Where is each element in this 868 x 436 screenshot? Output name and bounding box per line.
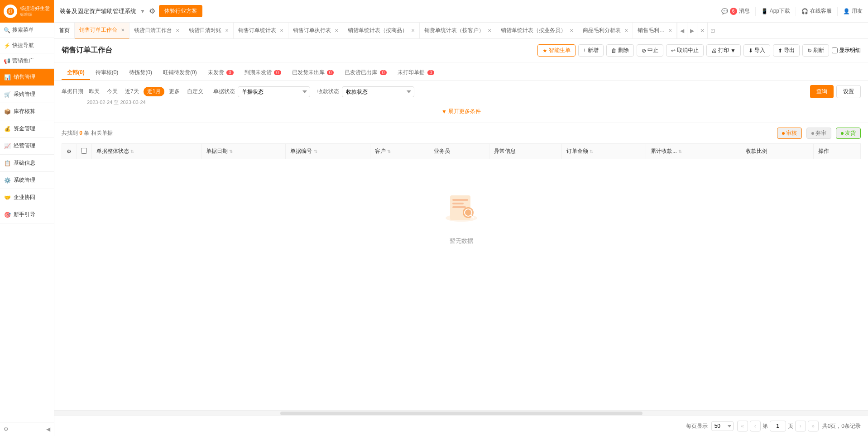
col-customer-sort[interactable]: ⇅ xyxy=(387,149,391,154)
col-status-sort[interactable]: ⇅ xyxy=(130,149,134,154)
receipt-filter-select[interactable]: 收款状态 xyxy=(342,86,414,97)
stop-button[interactable]: ⊘ 中止 xyxy=(637,44,663,57)
subtab-not-printed[interactable]: 未打印单据 0 xyxy=(392,66,440,80)
date-today[interactable]: 今天 xyxy=(104,87,120,96)
date-more[interactable]: 更多 xyxy=(166,87,182,96)
detail-checkbox[interactable] xyxy=(832,47,838,53)
tab-close-all[interactable]: ✕ xyxy=(697,23,707,39)
subtab-shipped-out[interactable]: 已发货已出库 0 xyxy=(339,66,392,80)
online-service-item[interactable]: 🎧 在线客服 xyxy=(801,7,832,15)
scrollbar-thumb[interactable] xyxy=(280,412,643,415)
delete-button[interactable]: 🗑 删除 xyxy=(606,44,634,57)
user-item[interactable]: 👤 用友 xyxy=(843,7,863,15)
tab-sales-customer-close[interactable]: ✕ xyxy=(488,28,491,33)
sidebar-item-search[interactable]: 🔍 搜索菜单 xyxy=(0,23,54,38)
sidebar-item-promo[interactable]: 📢 营销推广 xyxy=(0,53,54,69)
tab-sales-product-close[interactable]: ✕ xyxy=(411,28,415,33)
select-all-checkbox[interactable] xyxy=(81,148,87,154)
per-page-select[interactable]: 50 10 20 100 xyxy=(711,421,734,431)
subtab-overdue-ship[interactable]: 到期未发货 0 xyxy=(239,66,287,80)
tab-home[interactable]: 首页 xyxy=(54,23,75,39)
sidebar-item-system[interactable]: ⚙️ 系统管理 xyxy=(0,172,54,189)
app-download-item[interactable]: 📱 App下载 xyxy=(761,7,790,15)
date-yesterday[interactable]: 昨天 xyxy=(86,87,102,96)
sidebar-item-collab[interactable]: 🤝 企业协同 xyxy=(0,189,54,206)
expand-more-btn[interactable]: ▼ 展开更多条件 xyxy=(441,108,481,115)
sidebar-item-guide[interactable]: 🎯 新手引导 xyxy=(0,206,54,223)
date-1month[interactable]: 近1月 xyxy=(144,87,165,96)
sidebar-collapse-icon[interactable]: ◀ xyxy=(46,426,50,432)
trial-button[interactable]: 体验行业方案 xyxy=(159,5,202,17)
subtab-wangpu-ship[interactable]: 旺铺待发货(0) xyxy=(158,66,202,80)
sidebar-item-quicknav[interactable]: ⚡ 快捷导航 xyxy=(0,38,54,53)
query-button[interactable]: 查询 xyxy=(810,85,834,98)
tab-reconcile[interactable]: 钱货日清对账 ✕ xyxy=(184,23,234,39)
tab-nav-left[interactable]: ◀ xyxy=(677,23,687,39)
smart-create-button[interactable]: ★ 智能生单 xyxy=(537,44,575,57)
sidebar-settings-icon[interactable]: ⚙ xyxy=(4,426,9,432)
col-settings[interactable]: ⚙ xyxy=(62,144,77,159)
subtab-all[interactable]: 全部(0) xyxy=(62,66,90,80)
tab-sales-workbench[interactable]: 销售订单工作台 ✕ xyxy=(75,23,129,39)
tab-sales-workbench-close[interactable]: ✕ xyxy=(121,28,125,33)
settings-icon[interactable]: ⚙ xyxy=(67,148,72,155)
col-number-sort[interactable]: ⇅ xyxy=(314,149,317,154)
tab-gross-profit[interactable]: 商品毛利分析表 ✕ xyxy=(578,23,633,39)
sidebar-item-basic[interactable]: 📋 基础信息 xyxy=(0,155,54,172)
ship-button[interactable]: 发货 xyxy=(836,128,861,139)
subtab-shipped-not-out[interactable]: 已发货未出库 0 xyxy=(287,66,340,80)
add-button[interactable]: + 新增 xyxy=(578,44,604,57)
tab-order-exec[interactable]: 销售订单执行表 ✕ xyxy=(288,23,343,39)
tab-gross-profit-close[interactable]: ✕ xyxy=(624,28,628,33)
page-next-btn[interactable]: › xyxy=(795,421,806,431)
sidebar-item-operation[interactable]: 📈 经营管理 xyxy=(0,137,54,155)
horizontal-scrollbar[interactable] xyxy=(54,410,868,416)
message-item[interactable]: 💬 6 消息 xyxy=(721,7,750,15)
sidebar-item-sales[interactable]: 📊 销售管理 xyxy=(0,69,54,86)
col-received-sort[interactable]: ⇅ xyxy=(678,149,682,154)
col-date-sort[interactable]: ⇅ xyxy=(229,149,233,154)
sidebar-item-inventory[interactable]: 📦 库存核算 xyxy=(0,103,54,120)
export-button[interactable]: ⬆ 导出 xyxy=(773,44,800,57)
date-7days[interactable]: 近7天 xyxy=(122,87,142,96)
audit-button[interactable]: 审核 xyxy=(777,128,802,139)
page-prev-btn[interactable]: ‹ xyxy=(750,421,761,431)
tab-sales-salesman-label: 销货单统计表（按业务员） xyxy=(501,27,566,34)
tab-reconcile-close[interactable]: ✕ xyxy=(225,28,229,33)
tab-sales-gross-close[interactable]: ✕ xyxy=(668,28,672,33)
subtab-not-shipped[interactable]: 未发货 0 xyxy=(202,66,239,80)
status-filter-select[interactable]: 单据状态 xyxy=(238,86,310,97)
subtab-pending-review[interactable]: 待审核(0) xyxy=(90,66,124,80)
tab-order-exec-close[interactable]: ✕ xyxy=(335,28,338,33)
tab-order-stats[interactable]: 销售订单统计表 ✕ xyxy=(234,23,288,39)
page-input[interactable] xyxy=(770,421,786,431)
sidebar-item-finance[interactable]: 💰 资金管理 xyxy=(0,120,54,137)
topbar-gear-icon[interactable]: ⚙ xyxy=(149,7,155,15)
tab-sales-gross[interactable]: 销售毛利… ✕ xyxy=(633,23,677,39)
tab-order-exec-label: 销售订单执行表 xyxy=(293,27,331,34)
show-detail-checkbox[interactable]: 显示明细 xyxy=(832,47,861,54)
tab-order-stats-close[interactable]: ✕ xyxy=(280,28,283,33)
tab-sales-salesman-close[interactable]: ✕ xyxy=(570,28,573,33)
tab-cash-daily-close[interactable]: ✕ xyxy=(176,28,179,33)
tab-sales-salesman[interactable]: 销货单统计表（按业务员） ✕ xyxy=(496,23,578,39)
cancel-stop-button[interactable]: ↩ 取消中止 xyxy=(666,44,704,57)
subtab-pending-pick[interactable]: 待拣货(0) xyxy=(124,66,158,80)
page-first-btn[interactable]: « xyxy=(737,421,748,431)
setting-button[interactable]: 设置 xyxy=(836,85,861,98)
page-last-btn[interactable]: » xyxy=(808,421,819,431)
tab-nav-right[interactable]: ▶ xyxy=(687,23,697,39)
unaudit-button[interactable]: 弃审 xyxy=(806,128,831,139)
topbar-dropdown-icon[interactable]: ▼ xyxy=(140,8,145,14)
col-checkbox[interactable] xyxy=(77,144,92,159)
sidebar-item-purchase[interactable]: 🛒 采购管理 xyxy=(0,86,54,103)
tab-cash-daily[interactable]: 钱货日清工作台 ✕ xyxy=(129,23,184,39)
tab-expand[interactable]: ⊡ xyxy=(707,23,718,39)
import-button[interactable]: ⬇ 导入 xyxy=(743,44,770,57)
tab-sales-customer[interactable]: 销货单统计表（按客户） ✕ xyxy=(420,23,496,39)
refresh-button[interactable]: ↻ 刷新 xyxy=(802,44,829,57)
col-amount-sort[interactable]: ⇅ xyxy=(590,149,593,154)
print-button[interactable]: 🖨 打印 ▼ xyxy=(706,44,741,57)
date-custom[interactable]: 自定义 xyxy=(184,87,206,96)
tab-sales-product[interactable]: 销货单统计表（按商品） ✕ xyxy=(343,23,420,39)
